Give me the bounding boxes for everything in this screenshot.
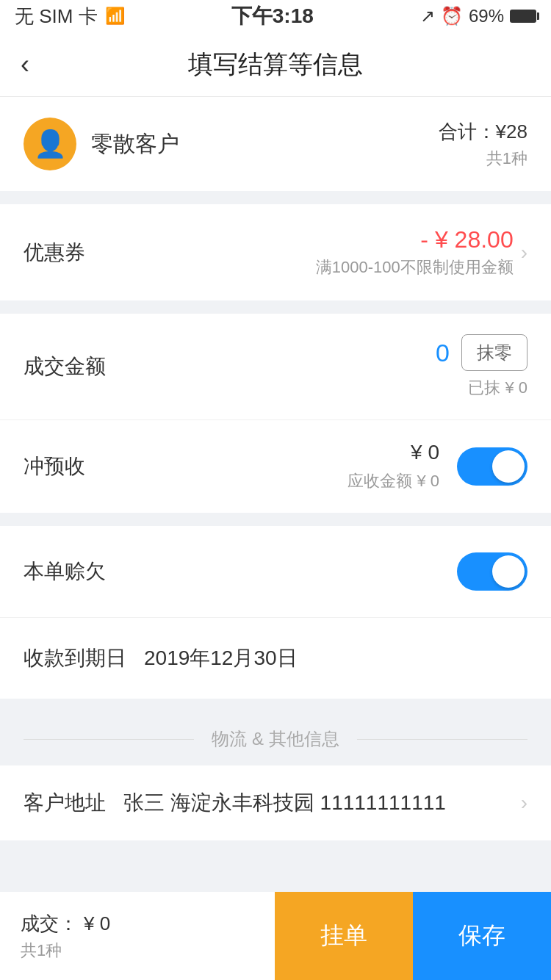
deal-amount-row: 成交金额 0 抹零 已抹 ¥ 0	[0, 314, 551, 419]
logistics-section: 物流 & 其他信息 客户地址 张三 海淀永丰科技园 11111111111 ›	[0, 712, 551, 840]
address-label: 客户地址	[24, 789, 106, 817]
status-right: ↗ ⏰ 69%	[420, 6, 536, 26]
total-amount: 合计：¥28	[439, 119, 527, 145]
content: 👤 零散客户 合计：¥28 共1种 优惠券 - ¥ 28.00 满1000-10…	[0, 97, 551, 971]
hang-button[interactable]: 挂单	[275, 892, 413, 980]
logistics-title: 物流 & 其他信息	[194, 727, 356, 751]
customer-name: 零散客户	[91, 129, 179, 159]
advance-amount: ¥ 0	[411, 441, 439, 464]
deal-amount-label: 成交金额	[24, 353, 106, 381]
deal-value[interactable]: 0	[436, 339, 450, 367]
coupon-chevron-icon: ›	[521, 241, 527, 264]
coupon-desc: 满1000-100不限制使用金额	[316, 256, 514, 278]
bottom-bar: 成交： ¥ 0 共1种 挂单 保存	[0, 892, 551, 980]
debt-toggle[interactable]	[457, 552, 527, 591]
back-button[interactable]: ‹	[21, 51, 29, 78]
transaction-section: 成交金额 0 抹零 已抹 ¥ 0 冲预收 ¥ 0 应收金额 ¥ 0	[0, 314, 551, 513]
total-count: 共1种	[439, 148, 527, 170]
advance-right: ¥ 0 应收金额 ¥ 0	[347, 441, 527, 492]
customer-row[interactable]: 👤 零散客户 合计：¥28 共1种	[0, 97, 551, 191]
bottom-deal-label: 成交：	[21, 911, 78, 937]
address-section: 客户地址 张三 海淀永丰科技园 11111111111 ›	[0, 765, 551, 840]
coupon-label: 优惠券	[24, 239, 85, 267]
battery-label: 69%	[469, 6, 504, 26]
debt-section: 本单赊欠 收款到期日 2019年12月30日	[0, 526, 551, 699]
coupon-section: 优惠券 - ¥ 28.00 满1000-100不限制使用金额 ›	[0, 204, 551, 300]
deal-amount-right: 0 抹零 已抹 ¥ 0	[436, 334, 527, 399]
customer-right: 合计：¥28 共1种	[439, 119, 527, 170]
bottom-deal-amount: ¥ 0	[84, 912, 110, 935]
logistics-header: 物流 & 其他信息	[0, 712, 551, 765]
coupon-row[interactable]: 优惠券 - ¥ 28.00 满1000-100不限制使用金额 ›	[0, 204, 551, 300]
coupon-value: - ¥ 28.00 满1000-100不限制使用金额	[316, 226, 514, 278]
advance-label: 冲预收	[24, 453, 85, 480]
debt-label: 本单赊欠	[24, 558, 106, 586]
nav-bar: ‹ 填写结算等信息	[0, 32, 551, 97]
status-bar: 无 SIM 卡 📶 下午3:18 ↗ ⏰ 69%	[0, 0, 551, 32]
advance-sub: 应收金额 ¥ 0	[347, 470, 439, 492]
toggle-knob	[492, 450, 525, 483]
address-value: 张三 海淀永丰科技园 11111111111	[123, 789, 514, 817]
address-chevron-icon: ›	[521, 791, 527, 815]
due-date-value: 2019年12月30日	[144, 644, 298, 672]
save-button[interactable]: 保存	[413, 892, 551, 980]
due-date-label: 收款到期日	[24, 644, 126, 672]
bottom-deal-row: 成交： ¥ 0	[21, 911, 254, 937]
page-title: 填写结算等信息	[188, 48, 363, 82]
debt-toggle-knob	[492, 555, 525, 588]
avatar-icon: 👤	[34, 129, 67, 159]
carrier-label: 无 SIM 卡	[15, 4, 98, 29]
advance-values: ¥ 0 应收金额 ¥ 0	[347, 441, 439, 492]
customer-left: 👤 零散客户	[24, 118, 179, 170]
deal-input-area: 0 抹零	[436, 334, 527, 371]
status-left: 无 SIM 卡 📶	[15, 4, 125, 29]
battery-icon	[510, 10, 536, 23]
location-icon: ↗	[420, 6, 435, 26]
advance-toggle[interactable]	[457, 447, 527, 486]
customer-section: 👤 零散客户 合计：¥28 共1种	[0, 97, 551, 191]
coupon-right: - ¥ 28.00 满1000-100不限制使用金额 ›	[316, 226, 527, 278]
round-off-button[interactable]: 抹零	[461, 334, 527, 371]
advance-row: 冲预收 ¥ 0 应收金额 ¥ 0	[0, 419, 551, 513]
bottom-info: 成交： ¥ 0 共1种	[0, 911, 275, 962]
due-date-row[interactable]: 收款到期日 2019年12月30日	[0, 617, 551, 699]
status-time: 下午3:18	[231, 2, 314, 30]
coupon-amount: - ¥ 28.00	[316, 226, 514, 253]
wifi-icon: 📶	[105, 7, 125, 26]
deal-sub-text: 已抹 ¥ 0	[468, 377, 527, 399]
bottom-count: 共1种	[21, 940, 254, 962]
alarm-icon: ⏰	[441, 6, 463, 26]
avatar: 👤	[24, 118, 76, 170]
debt-row: 本单赊欠	[0, 526, 551, 617]
address-row[interactable]: 客户地址 张三 海淀永丰科技园 11111111111 ›	[0, 765, 551, 840]
